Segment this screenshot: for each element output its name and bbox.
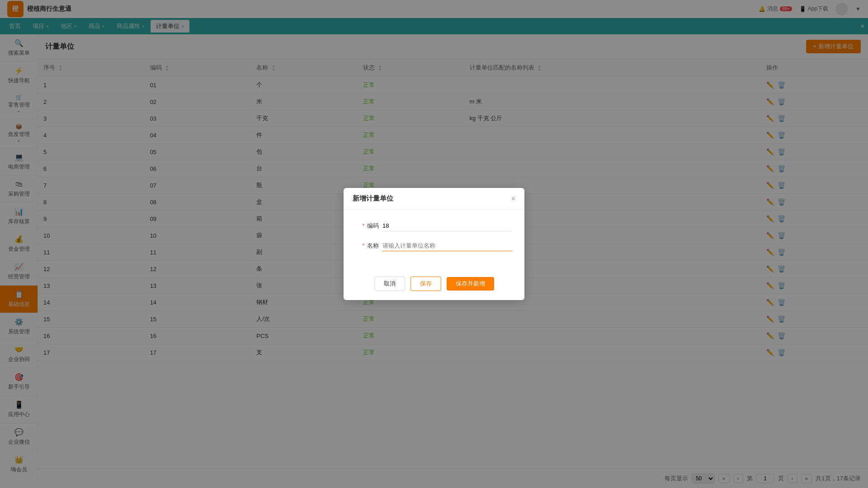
modal-title: 新增计量单位: [353, 194, 393, 203]
modal-overlay: 新增计量单位 × * 编码 * 名称 取消 保存 保存并新增: [0, 0, 868, 488]
code-required-marker: *: [362, 222, 364, 229]
modal-header: 新增计量单位 ×: [344, 188, 524, 210]
add-unit-modal: 新增计量单位 × * 编码 * 名称 取消 保存 保存并新增: [344, 188, 524, 300]
modal-close-button[interactable]: ×: [511, 195, 515, 203]
save-and-new-button[interactable]: 保存并新增: [447, 277, 494, 291]
code-label: * 编码: [356, 222, 379, 230]
name-required-marker: *: [362, 242, 364, 249]
name-label-text: 名称: [367, 242, 379, 249]
name-label: * 名称: [356, 242, 379, 250]
modal-footer: 取消 保存 保存并新增: [344, 271, 524, 300]
cancel-button[interactable]: 取消: [374, 277, 405, 291]
code-label-text: 编码: [367, 222, 379, 229]
form-item-name: * 名称: [356, 240, 512, 251]
modal-body: * 编码 * 名称: [344, 210, 524, 271]
code-input[interactable]: [382, 221, 512, 231]
form-item-code: * 编码: [356, 221, 512, 231]
name-input[interactable]: [382, 240, 512, 251]
save-button[interactable]: 保存: [410, 277, 441, 291]
